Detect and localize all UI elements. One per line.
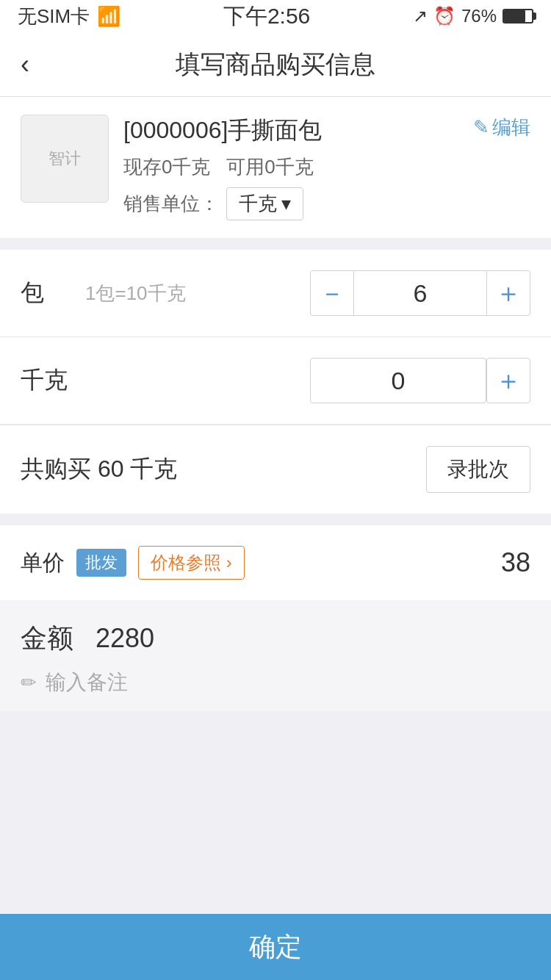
confirm-button-label: 确定	[249, 929, 302, 965]
product-image: 智计	[21, 115, 109, 203]
bag-hint: 1包=10千克	[85, 281, 310, 306]
status-carrier: 无SIM卡 📶	[18, 4, 120, 29]
bag-plus-button[interactable]: ＋	[486, 270, 530, 316]
kg-quantity-control: ＋	[310, 358, 530, 403]
nav-bar: ‹ 填写商品购买信息	[0, 32, 551, 97]
kg-label: 千克	[21, 364, 79, 397]
location-icon: ↗	[413, 6, 428, 26]
summary-row: 共购买 60 千克 录批次	[0, 425, 551, 514]
bag-minus-button[interactable]: －	[310, 270, 354, 316]
status-bar: 无SIM卡 📶 下午2:56 ↗ ⏰ 76%	[0, 0, 551, 32]
status-time: 下午2:56	[223, 1, 310, 32]
price-tag: 批发	[76, 549, 126, 577]
page-title: 填写商品购买信息	[176, 48, 375, 82]
divider-2	[0, 514, 551, 525]
product-info: [0000006]手撕面包 现存0千克 可用0千克 销售单位： 千克 ▾	[123, 115, 530, 220]
product-unit-row: 销售单位： 千克 ▾	[123, 187, 530, 220]
product-name: [0000006]手撕面包	[123, 115, 530, 147]
bag-quantity-input[interactable]	[354, 270, 486, 316]
pencil-icon: ✏	[21, 671, 37, 694]
price-ref-button[interactable]: 价格参照 ›	[138, 546, 245, 580]
chevron-down-icon: ▾	[281, 192, 291, 215]
product-stock: 现存0千克 可用0千克	[123, 154, 530, 180]
plus-icon: ＋	[495, 363, 522, 399]
bag-label: 包	[21, 277, 79, 309]
unit-selector[interactable]: 千克 ▾	[226, 187, 303, 220]
bag-quantity-control: － ＋	[310, 270, 530, 316]
kg-plus-button[interactable]: ＋	[486, 358, 530, 403]
price-value: 38	[501, 547, 530, 578]
edit-icon: ✎	[473, 116, 489, 139]
kg-row: 千克 ＋	[0, 337, 551, 425]
minus-icon: －	[319, 275, 345, 311]
quantity-section: 包 1包=10千克 － ＋ 千克 ＋ 共购买 60 千克 录批次	[0, 250, 551, 514]
amount-section: 金额 2280 ✏ 输入备注	[0, 600, 551, 711]
status-right: ↗ ⏰ 76%	[413, 6, 533, 26]
confirm-button[interactable]: 确定	[0, 914, 551, 980]
battery-label: 76%	[461, 6, 497, 26]
product-logo-text: 智计	[48, 148, 81, 170]
amount-value: 2280	[96, 623, 154, 653]
remark-row[interactable]: ✏ 输入备注	[21, 669, 530, 696]
wifi-icon: 📶	[97, 5, 120, 28]
plus-icon: ＋	[495, 275, 522, 311]
record-batch-button[interactable]: 录批次	[426, 446, 530, 493]
bottom-area	[0, 711, 551, 946]
product-card: 智计 [0000006]手撕面包 现存0千克 可用0千克 销售单位： 千克 ▾ …	[0, 97, 551, 238]
kg-quantity-input[interactable]	[310, 358, 486, 403]
battery-icon	[503, 9, 533, 24]
price-section: 单价 批发 价格参照 › 38	[0, 525, 551, 600]
summary-text: 共购买 60 千克	[21, 453, 177, 486]
remark-placeholder: 输入备注	[46, 669, 128, 696]
bag-row: 包 1包=10千克 － ＋	[0, 250, 551, 337]
edit-button[interactable]: ✎ 编辑	[473, 115, 530, 140]
divider-1	[0, 238, 551, 250]
amount-row: 金额 2280	[21, 621, 530, 657]
back-button[interactable]: ‹	[21, 49, 29, 80]
alarm-icon: ⏰	[433, 6, 455, 26]
price-label: 单价	[21, 548, 65, 578]
